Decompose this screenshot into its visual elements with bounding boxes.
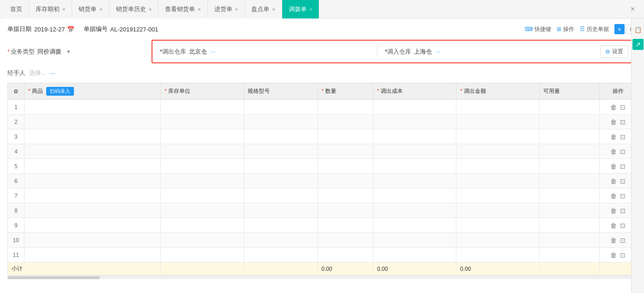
delete-icon-2[interactable]: 🗑 [610,118,617,126]
copy-icon-10[interactable]: ⊡ [620,237,626,244]
row-amount-3[interactable] [456,129,539,144]
transfer-in-value[interactable]: 上海仓 [414,48,432,56]
window-close-button[interactable]: × [625,5,640,13]
row-unit-8[interactable] [161,203,244,218]
row-spec-3[interactable] [243,129,317,144]
copy-icon-7[interactable]: ⊡ [620,192,626,200]
copy-icon-5[interactable]: ⊡ [620,163,626,170]
history-button[interactable]: ☰ 历史单据 [580,25,609,33]
row-product-9[interactable] [24,218,161,233]
row-spec-8[interactable] [243,203,317,218]
row-qty-10[interactable] [317,233,373,248]
tab-inventory-init-close[interactable]: × [62,6,65,12]
row-unit-11[interactable] [161,248,244,262]
row-spec-10[interactable] [243,233,317,248]
business-type-value[interactable]: 同价调拨 [37,48,65,56]
settings-button[interactable]: ⚙ 设置 [600,45,628,58]
row-cost-3[interactable] [373,129,456,144]
copy-icon-3[interactable]: ⊡ [620,133,626,140]
delete-icon-3[interactable]: 🗑 [610,133,617,140]
row-spec-11[interactable] [243,248,317,262]
row-unit-10[interactable] [161,233,244,248]
row-spec-4[interactable] [243,144,317,159]
row-qty-4[interactable] [317,144,373,159]
delete-icon-6[interactable]: 🗑 [610,177,617,185]
tab-transfer[interactable]: 调拨单 × [282,0,319,18]
row-unit-1[interactable] [161,100,244,115]
tab-purchase[interactable]: 进货单 × [208,0,245,18]
row-available-5[interactable] [539,159,599,174]
transfer-out-more-icon[interactable]: ··· [211,48,216,55]
tab-sales-order-close[interactable]: × [99,6,102,12]
tab-sales-history[interactable]: 销货单历史 × [109,0,158,18]
row-qty-2[interactable] [317,115,373,129]
row-amount-11[interactable] [456,248,539,262]
delete-icon-4[interactable]: 🗑 [610,148,617,155]
row-amount-2[interactable] [456,115,539,129]
tab-inventory-check[interactable]: 盘点单 × [245,0,282,18]
tab-purchase-close[interactable]: × [235,6,238,12]
tab-sales-history-close[interactable]: × [149,6,152,12]
row-product-1[interactable] [24,100,161,115]
scrollbar-thumb[interactable] [7,276,100,279]
copy-icon-1[interactable]: ⊡ [620,104,626,111]
row-amount-10[interactable] [456,233,539,248]
row-amount-7[interactable] [456,189,539,203]
copy-icon-8[interactable]: ⊡ [620,207,626,214]
handler-input[interactable]: 选择... [29,69,46,77]
scan-button[interactable]: 扫码录入 [46,87,74,96]
row-spec-2[interactable] [243,115,317,129]
row-qty-7[interactable] [317,189,373,203]
tab-home[interactable]: 首页 [4,0,29,18]
row-available-10[interactable] [539,233,599,248]
row-product-10[interactable] [24,233,161,248]
row-amount-9[interactable] [456,218,539,233]
right-panel-export-icon[interactable]: ↗ [632,39,644,50]
row-available-6[interactable] [539,174,599,189]
calendar-icon[interactable]: 📅 [67,26,74,33]
tab-view-sales[interactable]: 查看销货单 × [158,0,207,18]
row-qty-1[interactable] [317,100,373,115]
row-available-2[interactable] [539,115,599,129]
delete-icon-7[interactable]: 🗑 [610,192,617,200]
copy-icon-4[interactable]: ⊡ [620,148,626,155]
row-cost-10[interactable] [373,233,456,248]
row-amount-6[interactable] [456,174,539,189]
row-spec-6[interactable] [243,174,317,189]
copy-icon-11[interactable]: ⊡ [620,251,626,259]
row-qty-3[interactable] [317,129,373,144]
delete-icon-11[interactable]: 🗑 [610,251,617,259]
delete-icon-9[interactable]: 🗑 [610,222,617,229]
row-product-7[interactable] [24,189,161,203]
row-product-3[interactable] [24,129,161,144]
right-panel-note-icon[interactable]: 📋 [632,24,644,35]
copy-icon-6[interactable]: ⊡ [620,177,626,185]
row-available-11[interactable] [539,248,599,262]
row-spec-9[interactable] [243,218,317,233]
business-type-dropdown-icon[interactable]: ▾ [67,48,70,55]
row-qty-11[interactable] [317,248,373,262]
row-available-1[interactable] [539,100,599,115]
transfer-in-more-icon[interactable]: ··· [436,48,441,55]
row-amount-1[interactable] [456,100,539,115]
row-cost-11[interactable] [373,248,456,262]
row-amount-5[interactable] [456,159,539,174]
row-unit-5[interactable] [161,159,244,174]
row-product-11[interactable] [24,248,161,262]
tab-sales-order[interactable]: 销货单 × [72,0,109,18]
handler-more-icon[interactable]: ··· [50,69,55,77]
tab-transfer-close[interactable]: × [310,6,312,12]
row-unit-3[interactable] [161,129,244,144]
row-cost-7[interactable] [373,189,456,203]
row-cost-1[interactable] [373,100,456,115]
tab-inventory-init[interactable]: 库存期初 × [29,0,72,18]
row-product-4[interactable] [24,144,161,159]
row-qty-5[interactable] [317,159,373,174]
row-available-7[interactable] [539,189,599,203]
row-product-6[interactable] [24,174,161,189]
row-cost-5[interactable] [373,159,456,174]
row-unit-7[interactable] [161,189,244,203]
th-settings[interactable]: ⚙ [8,83,24,100]
row-spec-5[interactable] [243,159,317,174]
delete-icon-10[interactable]: 🗑 [610,237,617,244]
